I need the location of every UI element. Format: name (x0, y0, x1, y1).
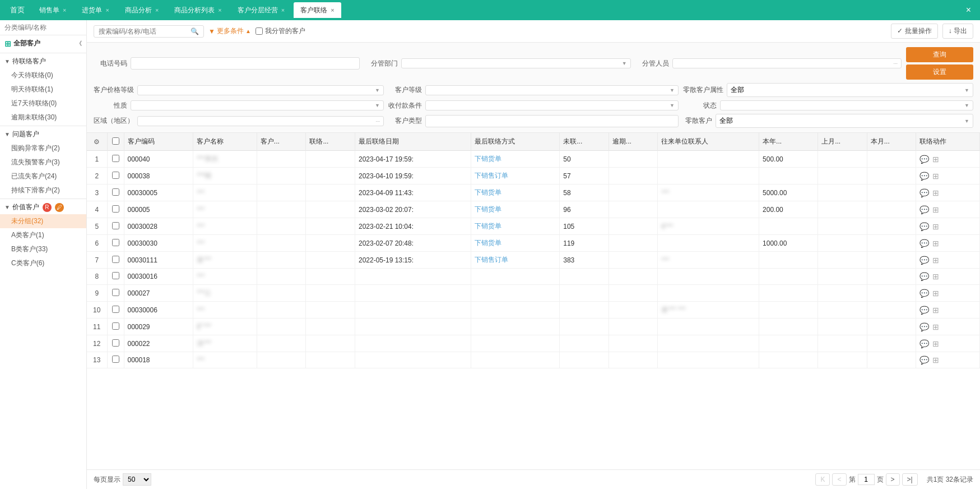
customer-level-select[interactable]: ▼ (425, 85, 679, 95)
more-conditions-btn[interactable]: ▼ 更多条件 ▲ (208, 26, 251, 36)
retail-attr-select[interactable]: 全部 ▼ (727, 83, 973, 97)
next-page-btn[interactable]: > (886, 473, 900, 486)
manager-select[interactable]: ··· (672, 58, 902, 68)
row-checkbox[interactable] (112, 322, 119, 330)
action-grid-icon[interactable]: ⊞ (932, 172, 939, 181)
row-checkbox[interactable] (112, 289, 119, 296)
action-chat-icon[interactable]: 💬 (919, 272, 929, 281)
all-customers-header[interactable]: ⊞ 全部客户 《 (0, 35, 86, 52)
tab-purchase[interactable]: 进货单 × (75, 2, 115, 18)
row-checkbox[interactable] (112, 222, 119, 229)
price-level-select[interactable]: ▼ (137, 85, 384, 95)
tab-product-list[interactable]: 商品分析列表 × (168, 2, 228, 18)
close-sales-tab[interactable]: × (63, 7, 66, 13)
close-segment-tab[interactable]: × (281, 7, 285, 13)
export-btn[interactable]: ↓ 导出 (942, 24, 973, 39)
page-number-input[interactable] (858, 474, 875, 485)
tab-customer-contact[interactable]: 客户联络 × (294, 2, 341, 18)
col-gear[interactable]: ⚙ (87, 133, 107, 151)
group-problem-customer[interactable]: ▼ 问题客户 (0, 127, 86, 141)
tab-product-analysis[interactable]: 商品分析 × (118, 2, 165, 18)
last-way-link[interactable]: 下销售订单 (475, 256, 508, 264)
row-checkbox[interactable] (112, 172, 119, 179)
action-chat-icon[interactable]: 💬 (919, 356, 929, 365)
sidebar-item-overdue[interactable]: 逾期未联络(30) (0, 110, 86, 124)
gear-icon[interactable]: ⚙ (94, 138, 100, 146)
last-page-btn[interactable]: >| (902, 473, 918, 486)
select-all-checkbox[interactable] (112, 137, 119, 145)
row-checkbox[interactable] (112, 188, 119, 196)
reset-btn[interactable]: 设置 (906, 64, 973, 80)
action-chat-icon[interactable]: 💬 (919, 306, 929, 315)
action-chat-icon[interactable]: 💬 (919, 322, 929, 331)
sidebar-item-today[interactable]: 今天待联络(0) (0, 68, 86, 82)
query-btn[interactable]: 查询 (906, 47, 973, 62)
region-select[interactable]: ··· (137, 116, 384, 126)
row-checkbox[interactable] (112, 272, 119, 279)
sidebar-item-b-class[interactable]: B类客户(33) (0, 242, 86, 256)
sidebar-item-churn-warning[interactable]: 流失预警客户(3) (0, 155, 86, 169)
action-chat-icon[interactable]: 💬 (919, 256, 929, 265)
last-way-link[interactable]: 下销货单 (475, 155, 501, 163)
action-grid-icon[interactable]: ⊞ (932, 306, 939, 315)
my-customer-checkbox[interactable] (256, 27, 263, 35)
sidebar-item-ungroup[interactable]: 未分组(32) (0, 214, 86, 228)
sidebar-search-input[interactable] (4, 24, 87, 31)
last-way-link[interactable]: 下销货单 (475, 239, 501, 247)
action-grid-icon[interactable]: ⊞ (932, 155, 939, 164)
action-grid-icon[interactable]: ⊞ (932, 222, 939, 231)
phone-input[interactable] (131, 57, 360, 70)
action-chat-icon[interactable]: 💬 (919, 205, 929, 214)
sidebar-item-abnormal[interactable]: 囤购异常客户(2) (0, 141, 86, 155)
retail-customer-select[interactable]: 全部 ▼ (716, 114, 973, 128)
action-grid-icon[interactable]: ⊞ (932, 356, 939, 365)
last-way-link[interactable]: 下销货单 (475, 188, 501, 196)
dept-select[interactable]: ▼ (401, 58, 630, 68)
tab-customer-segment[interactable]: 客户分层经营 × (231, 2, 291, 18)
search-icon[interactable]: 🔍 (191, 27, 199, 35)
page-size-select[interactable]: 20 50 100 (123, 473, 151, 486)
batch-operation-btn[interactable]: ✓ 批量操作 (891, 24, 937, 39)
action-grid-icon[interactable]: ⊞ (932, 272, 939, 281)
close-list-tab[interactable]: × (218, 7, 221, 13)
action-chat-icon[interactable]: 💬 (919, 155, 929, 164)
action-grid-icon[interactable]: ⊞ (932, 322, 939, 331)
sidebar-item-churned[interactable]: 已流失客户(24) (0, 169, 86, 183)
action-grid-icon[interactable]: ⊞ (932, 188, 939, 197)
sidebar-item-7days[interactable]: 近7天待联络(0) (0, 96, 86, 110)
tab-sales[interactable]: 销售单 × (32, 2, 73, 18)
row-checkbox[interactable] (112, 256, 119, 263)
action-grid-icon[interactable]: ⊞ (932, 289, 939, 298)
sidebar-item-a-class[interactable]: A类客户(1) (0, 228, 86, 242)
last-way-link[interactable]: 下销售订单 (475, 172, 508, 179)
row-checkbox[interactable] (112, 306, 119, 313)
close-product-tab[interactable]: × (155, 7, 159, 13)
action-chat-icon[interactable]: 💬 (919, 188, 929, 197)
nature-select[interactable]: ▼ (131, 100, 384, 110)
action-chat-icon[interactable]: 💬 (919, 289, 929, 298)
customer-type-input[interactable] (425, 115, 679, 127)
group-value-customer[interactable]: ▼ 价值客户 R 🖊 (0, 200, 86, 214)
row-checkbox[interactable] (112, 155, 119, 162)
sidebar-item-declining[interactable]: 持续下滑客户(2) (0, 183, 86, 197)
payment-select[interactable]: ▼ (425, 100, 679, 110)
action-chat-icon[interactable]: 💬 (919, 239, 929, 248)
first-page-btn[interactable]: K (815, 473, 830, 486)
action-grid-icon[interactable]: ⊞ (932, 339, 939, 348)
sidebar-item-c-class[interactable]: C类客户(6) (0, 256, 86, 270)
sidebar-item-tomorrow[interactable]: 明天待联络(1) (0, 82, 86, 96)
sidebar-collapse-btn[interactable]: 《 (76, 40, 82, 48)
prev-page-btn[interactable]: < (832, 473, 846, 486)
window-close-button[interactable]: × (962, 5, 976, 15)
action-chat-icon[interactable]: 💬 (919, 339, 929, 348)
close-contact-tab[interactable]: × (331, 7, 334, 13)
row-checkbox[interactable] (112, 205, 119, 213)
action-chat-icon[interactable]: 💬 (919, 222, 929, 231)
close-purchase-tab[interactable]: × (105, 7, 109, 13)
action-grid-icon[interactable]: ⊞ (932, 205, 939, 214)
action-grid-icon[interactable]: ⊞ (932, 256, 939, 265)
action-grid-icon[interactable]: ⊞ (932, 239, 939, 248)
search-input[interactable] (99, 27, 188, 35)
group-pending-contact[interactable]: ▼ 待联络客户 (0, 54, 86, 68)
status-select[interactable]: ▼ (720, 100, 973, 110)
